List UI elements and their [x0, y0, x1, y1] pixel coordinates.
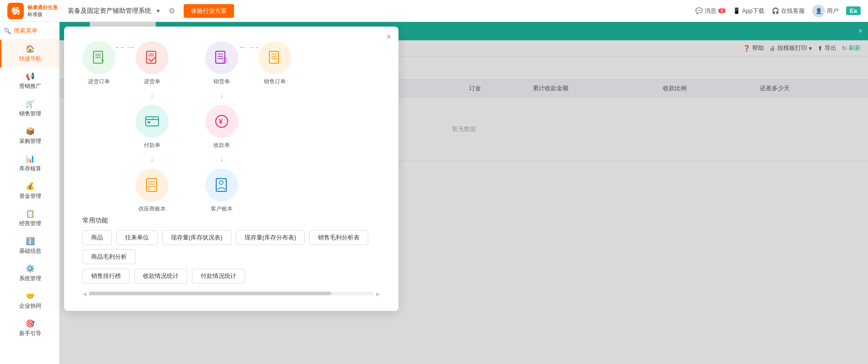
- sidebar-item-collab[interactable]: 🤝 企业协同: [0, 287, 59, 315]
- flow-col-4: 销售订单: [258, 41, 291, 86]
- sidebar-item-label: 资金管理: [19, 192, 41, 200]
- func-btn-current-stock-status[interactable]: 现存量(库存状况表): [162, 230, 231, 245]
- scroll-right-icon[interactable]: ▶: [376, 291, 380, 297]
- service-icon: 🎧: [772, 7, 779, 14]
- common-title: 常用功能: [82, 217, 380, 225]
- settings-icon[interactable]: ⚙: [165, 5, 178, 17]
- app-download-button[interactable]: 📱 App下载: [733, 7, 764, 15]
- gongyingshang-label: 供应商账本: [138, 205, 166, 213]
- func-btn-receipt-stats[interactable]: 收款情况统计: [134, 269, 187, 283]
- svg-text:¥: ¥: [219, 118, 223, 125]
- flow-node-xiaoshou-dingdan[interactable]: 销售订单: [258, 41, 291, 86]
- fukuan-dan-label: 付款单: [144, 141, 160, 149]
- marketing-icon: 📢: [26, 72, 35, 81]
- download-icon: 📱: [733, 7, 740, 14]
- logo-icon: 畅: [7, 3, 24, 19]
- flow-node-kehu-zhangben[interactable]: 客户账本: [205, 168, 238, 213]
- scroll-thumb[interactable]: [89, 292, 331, 295]
- jinhuo-dingdan-icon: [82, 41, 115, 74]
- svg-text:账: 账: [147, 187, 151, 190]
- arrow-v-4: ↓: [219, 155, 224, 163]
- func-btn-current-stock-dist[interactable]: 现存量(库存分布表): [236, 230, 305, 245]
- system-title: 装备及固定资产辅助管理系统: [68, 7, 151, 15]
- xiaohuo-dan-label: 销货单: [213, 78, 230, 86]
- sidebar-item-label: 新手引导: [19, 330, 41, 337]
- sidebar-item-label: 快捷导航: [19, 55, 41, 63]
- func-btn-product[interactable]: 商品: [82, 230, 112, 245]
- inventory-icon: 📊: [26, 154, 35, 163]
- fukuan-dan-icon: ¥: [136, 105, 169, 138]
- sidebar-item-guide[interactable]: 🎯 新手引导: [0, 315, 59, 342]
- sidebar-item-label: 企业协同: [19, 302, 41, 310]
- svg-rect-0: [93, 51, 103, 63]
- flow-node-xiaohuo-dan[interactable]: 销货单: [205, 41, 238, 86]
- arrow-v-3: ↓: [219, 91, 224, 99]
- avatar: 👤: [812, 5, 825, 17]
- sidebar-item-label: 经营管理: [19, 220, 41, 228]
- sidebar-item-label: 销售管理: [19, 110, 41, 118]
- sidebar-item-marketing[interactable]: 📢 营销推广: [0, 67, 59, 95]
- overlay[interactable]: × 进货订单 - - →: [60, 22, 868, 364]
- flow-col-3: 销货单 ↓ ¥ 收款单 ↓ 客户账本: [205, 41, 238, 213]
- system-dropdown[interactable]: ▾: [157, 7, 160, 14]
- search-menu-button[interactable]: 🔍 搜索菜单: [0, 22, 59, 40]
- kehu-zhangben-label: 客户账本: [211, 205, 233, 213]
- svg-rect-9: [147, 121, 150, 123]
- sidebar-item-label: 系统管理: [19, 275, 41, 283]
- popup-close-icon[interactable]: ×: [386, 32, 391, 42]
- sidebar: 🔍 搜索菜单 🏠 快捷导航 📢 营销推广 🛒 销售管理 📦 采购管理 📊: [0, 22, 60, 364]
- jinhuo-dan-label: 进货单: [144, 78, 160, 86]
- sidebar-item-label: 营销推广: [19, 82, 41, 90]
- trial-button[interactable]: 体验行业方案: [184, 4, 234, 18]
- quick-nav-popup: × 进货订单 - - →: [64, 27, 399, 311]
- shoukuan-dan-label: 收款单: [213, 141, 230, 149]
- flow-diagram: 进货订单 - - → 进货单 ↓ ¥: [82, 41, 380, 213]
- flow-node-fukuan-dan[interactable]: ¥ 付款单: [136, 105, 169, 149]
- xiaohuo-dan-icon: [205, 41, 238, 74]
- func-buttons-row1: 商品 往来单位 现存量(库存状况表) 现存量(库存分布表) 销售毛利分析表 商品…: [82, 230, 380, 264]
- sidebar-item-system[interactable]: ⚙️ 系统管理: [0, 260, 59, 287]
- sidebar-item-inventory[interactable]: 📊 库存核算: [0, 150, 59, 177]
- svg-rect-20: [223, 58, 227, 63]
- logo-area: 畅 畅康通好生意 标准版: [7, 3, 62, 19]
- search-menu-label: 搜索菜单: [14, 27, 38, 35]
- sales-icon: 🛒: [26, 99, 35, 108]
- online-service-button[interactable]: 🎧 在线客服: [772, 7, 805, 15]
- arrow-v-1: ↓: [150, 91, 154, 99]
- flow-node-jinhuo-dan[interactable]: 进货单: [136, 41, 169, 86]
- finance-icon: 💰: [26, 182, 35, 190]
- func-btn-sales-ranking[interactable]: 销售排行榜: [82, 269, 130, 283]
- search-icon: 🔍: [4, 27, 11, 34]
- func-btn-payment-stats[interactable]: 付款情况统计: [192, 269, 245, 283]
- arrow-h-dashed-left-icon: ← - -: [238, 41, 258, 53]
- sidebar-item-label: 采购管理: [19, 137, 41, 145]
- xiaoshou-dingdan-label: 销售订单: [264, 78, 286, 86]
- info-icon: ℹ️: [26, 237, 35, 245]
- flow-node-shoukuan-dan[interactable]: ¥ 收款单: [205, 105, 238, 149]
- guide-icon: 🎯: [26, 319, 35, 328]
- chevron-down-icon: ▾: [157, 7, 160, 14]
- sidebar-item-basic-info[interactable]: ℹ️ 基础信息: [0, 232, 59, 260]
- message-icon: 💬: [695, 7, 703, 14]
- sidebar-item-quick-nav[interactable]: 🏠 快捷导航: [0, 40, 59, 67]
- func-btn-product-profit[interactable]: 商品毛利分析: [82, 250, 136, 264]
- flow-node-gongyingshang[interactable]: 账 供应商账本: [136, 168, 169, 213]
- user-menu[interactable]: 👤 用户: [812, 5, 839, 17]
- svg-point-24: [219, 181, 223, 185]
- message-button[interactable]: 💬 消息 6: [695, 7, 726, 15]
- sidebar-item-operations[interactable]: 📋 经营管理: [0, 205, 59, 232]
- sidebar-item-purchase[interactable]: 📦 采购管理: [0, 122, 59, 150]
- scroll-left-icon[interactable]: ◀: [82, 291, 87, 297]
- func-btn-sales-profit[interactable]: 销售毛利分析表: [309, 230, 368, 245]
- flow-node-jinhuo-dingdan[interactable]: 进货订单: [82, 41, 115, 86]
- sidebar-item-finance[interactable]: 💰 资金管理: [0, 177, 59, 205]
- func-btn-partner[interactable]: 往来单位: [116, 230, 158, 245]
- func-buttons-row2: 销售排行榜 收款情况统计 付款情况统计: [82, 269, 380, 283]
- sidebar-item-sales[interactable]: 🛒 销售管理: [0, 95, 59, 122]
- ea-badge: Ea: [846, 6, 861, 15]
- jinhuo-dingdan-label: 进货订单: [88, 78, 110, 86]
- home-icon: 🏠: [26, 44, 35, 53]
- logo-text: 畅康通好生意 标准版: [27, 4, 58, 17]
- system-icon: ⚙️: [26, 264, 35, 273]
- xiaoshou-dingdan-icon: [258, 41, 291, 74]
